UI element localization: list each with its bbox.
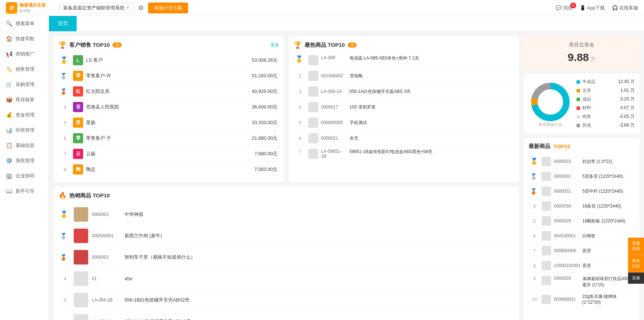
hot-right-item-1: 🥇 LA-089 电池盖 LA-089 ABS本色+黑种 7.1克 <box>294 53 514 68</box>
rank-num-7: 7 <box>60 151 70 157</box>
customer-rank-item-5: 5 星 星扬 33,333.00元 <box>58 115 279 131</box>
new-product-name-10: 22g鱼豆腐·烧烤味 (1*12*20) <box>582 294 633 305</box>
customer-name-7: 云扬 <box>86 151 254 157</box>
customer-amount-5: 33,333.00元 <box>252 119 278 126</box>
inventory-amount: 9.88 <box>568 51 589 63</box>
hot-product-code-4: 01 <box>92 276 121 281</box>
hot-product-item-1: 🥇 0000001 中华神器 <box>58 204 514 225</box>
rank-num-8: 8 <box>60 167 70 172</box>
hot-right-img-2 <box>308 71 318 81</box>
new-product-name-3: 5层中纤 (1220*2440) <box>582 188 633 194</box>
hot-product-code-3: 0000002 <box>92 255 121 260</box>
hot-product-item-6: 6 LA-056-1A 056-1A白色按键开关盖ABS 3壳 <box>58 311 514 320</box>
customer-name-8: 陶总 <box>86 166 254 173</box>
customer-rank-item-1: 🥇 L LS 客户 53,006.26元 <box>58 53 279 68</box>
sidebar-item-basic[interactable]: 📋 基础信息 <box>0 138 49 153</box>
hot-right-name-1: 电池盖 LA-089 ABS本色+黑种 7.1克 <box>350 55 513 61</box>
customer-amount-7: 7,680.00元 <box>254 151 278 157</box>
sidebar-item-corp[interactable]: 🏢 企业协同 <box>0 168 49 184</box>
hot-product-item-2: 🥈 000500001 新西兰牛肉 (新牛) <box>58 225 514 247</box>
new-product-name-6: 白钢垫 <box>582 233 633 239</box>
donut-chart <box>529 80 572 124</box>
sidebar-item-guide[interactable]: 📖 新手引导 <box>0 184 49 199</box>
new-product-code-6: 004100001 <box>554 233 579 238</box>
hot-product-item-5: 5 LA-056-1B 056-1B白色按键开关壳ABS2壳 <box>58 290 514 311</box>
new-products-title: 最新商品 <box>529 143 550 150</box>
hot-product-name-4: 45# <box>125 276 513 282</box>
inventory-total-card: 库存总资金 9.88 万 <box>523 36 640 69</box>
hot-right-code-3: LA-056-1A <box>321 89 347 94</box>
customer-rank-item-2: 🥈 零 零售客户·许 51,183.00元 <box>58 68 279 84</box>
guide-icon: 📖 <box>6 188 13 194</box>
sidebar-item-purchase[interactable]: 🛒 采购管理 <box>0 77 49 92</box>
app-download-btn[interactable]: 📱 App下载 <box>580 5 605 11</box>
hot-product-medal-3: 🥉 <box>60 254 70 261</box>
hot-products-panel: 🔥 热销商品 TOP10 🥇 0000001 中华神器 🥈 <box>53 186 519 320</box>
new-product-code-3: 0000031 <box>554 189 579 194</box>
new-product-item-9: 9 0000028 体婵嘉枝味苏打饮品400毫升 (1*15) <box>529 273 635 291</box>
hot-product-img-6 <box>74 314 88 320</box>
new-products-header: 最新商品 TOP10 <box>529 143 635 150</box>
customer-name-6: 零售客户·于 <box>86 135 252 141</box>
hot-products-header: 🔥 热销商品 TOP10 <box>58 192 514 200</box>
hot-right-name-7: 59651-1B旋转投影灯电池盒ABS黑色+58壳 <box>350 149 513 155</box>
medal-icon-2: 🥈 <box>60 73 70 79</box>
customer-name-3: 红太阳文具 <box>86 88 252 95</box>
new-product-item-6: 6 004100001 白钢垫 <box>529 229 635 243</box>
new-product-code-8: 10000100001 <box>554 263 579 268</box>
float-btn-fuwu[interactable]: 服务社区 <box>628 255 644 272</box>
medal-icon-3: 🥉 <box>60 88 70 95</box>
trial-btn[interactable]: 体验行业方案 <box>148 3 188 13</box>
hot-right-code-1: LA-089 <box>321 55 347 60</box>
hot-right-name-5: 手机测试 <box>350 120 513 126</box>
sidebar-item-business[interactable]: 📊 经营管理 <box>0 123 49 138</box>
new-product-img-6 <box>542 231 551 241</box>
service-btn[interactable]: 🎧 在线客服 <box>612 5 638 11</box>
topbar: 好 畅捷通好生意 标准版 装备及固定资产辅助管理系统 ▼ ⚙ 体验行业方案 💬 … <box>0 0 644 16</box>
hot-right-rank-3: 3 <box>295 89 305 94</box>
customer-amount-6: 21,680.00元 <box>252 135 278 141</box>
new-product-medal-1: 🥇 <box>530 157 539 165</box>
hot-product-img-1 <box>74 207 88 222</box>
hot-right-img-5 <box>308 118 318 128</box>
customer-rank-item-7: 7 云 云扬 7,680.00元 <box>58 146 279 162</box>
phone-icon: 📱 <box>580 5 586 11</box>
legend-item-chengpin: 成品 0.25 万 <box>576 96 635 102</box>
new-product-name-1: 封边带 (1.0*22) <box>582 159 633 165</box>
customer-amount-4: 36,600.00元 <box>252 104 278 110</box>
new-product-code-2: 0000032 <box>554 174 579 179</box>
legend-item-wenju: 文具 1.01 万 <box>576 87 635 94</box>
legend-item-other: 其他 -3.86 万 <box>576 122 635 128</box>
tab-home[interactable]: 首页 <box>49 16 77 31</box>
hot-right-trophy-icon: 🏆 <box>294 41 302 49</box>
sidebar-item-sales[interactable]: 🏷️ 销售管理 <box>0 62 49 77</box>
purchase-icon: 🛒 <box>6 81 13 88</box>
sidebar-item-search[interactable]: 🔍 搜索菜单 <box>0 16 49 31</box>
gear-icon[interactable]: ⚙ <box>138 4 144 12</box>
customer-avatar-3: 红 <box>73 86 83 97</box>
msg-btn[interactable]: 💬 消息 6 <box>556 5 572 11</box>
donut-wrap: 库存资金占比 <box>529 80 572 127</box>
sidebar-item-quick[interactable]: 🏠 快捷导航 <box>0 31 49 46</box>
sidebar-item-inventory[interactable]: 📦 库存核算 <box>0 92 49 107</box>
chart-container: 库存资金占比 半成品 12.45 万 文具 1.01 万 <box>529 79 635 128</box>
float-btn-zhibo[interactable]: 直播 <box>628 272 644 284</box>
sidebar-item-system[interactable]: ⚙️ 系统管理 <box>0 153 49 168</box>
rank-num-4: 4 <box>60 104 70 110</box>
customer-rank-item-6: 6 零 零售客户·于 21,680.00元 <box>58 131 279 146</box>
hot-right-rank-5: 5 <box>295 120 305 126</box>
customer-amount-2: 51,183.00元 <box>252 73 278 79</box>
sidebar-item-finance[interactable]: 💰 资金管理 <box>0 107 49 123</box>
float-btn-kefu[interactable]: 客服热线 <box>628 238 644 255</box>
trophy-icon: 🏆 <box>58 41 66 49</box>
legend-item-roulei: 肉类 -0.05 万 <box>576 114 635 120</box>
hot-right-item-5: 5 000800005 手机测试 <box>294 115 514 131</box>
system-selector[interactable]: 装备及固定资产辅助管理系统 ▼ <box>59 3 134 13</box>
sidebar-item-marketing[interactable]: 📢 营销推广 <box>0 46 49 62</box>
hot-products-title-icon: 🔥 <box>58 192 66 200</box>
customer-panel-title: 客户销售 TOP10 <box>69 42 110 49</box>
hot-product-name-5: 056-1B白色按键开关壳ABS2壳 <box>125 297 513 303</box>
customer-more-link[interactable]: 更多 <box>270 42 279 48</box>
new-product-rank-6: 6 <box>530 233 539 239</box>
customer-avatar-4: 苍 <box>73 102 83 112</box>
